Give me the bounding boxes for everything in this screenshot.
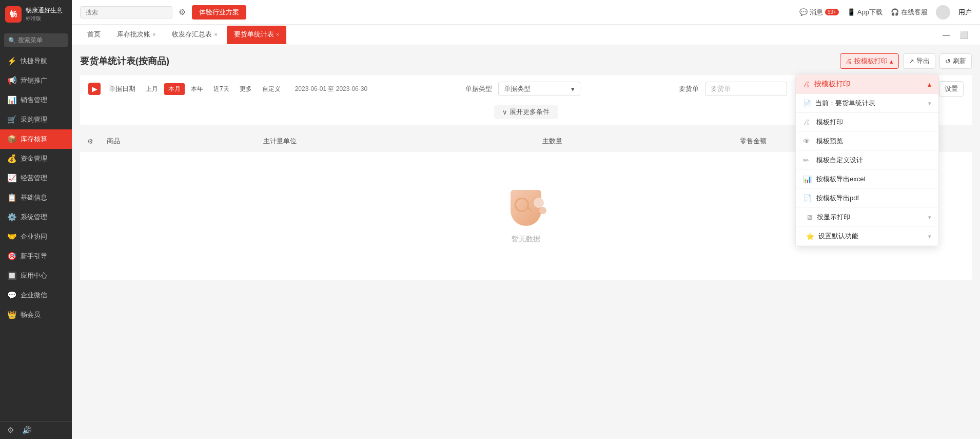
audio-icon[interactable]: 🔊 xyxy=(22,426,32,435)
date-tab-custom[interactable]: 自定义 xyxy=(258,83,285,95)
table-col-unit: 主计量单位 xyxy=(257,131,536,151)
tab-receivable-summary[interactable]: 收发存汇总表 × xyxy=(165,26,224,44)
sidebar-search[interactable]: 🔍 搜索菜单 xyxy=(4,33,68,47)
finance-icon: 💰 xyxy=(7,154,16,163)
messages-badge: 99+ xyxy=(825,9,839,15)
minus-icon: — xyxy=(943,31,950,39)
template-design-label: 模板自定义设计 xyxy=(816,156,863,165)
print-template-button[interactable]: 🖨 按模板打印 ▴ xyxy=(840,53,899,69)
sidebar-item-purchase[interactable]: 🛒 采购管理 xyxy=(0,110,72,129)
tab-inventory-batch[interactable]: 库存批次账 × xyxy=(110,26,163,44)
sidebar: 畅 畅康通好生意 标准版 🔍 搜索菜单 ⚡ 快捷导航 📢 营销推广 📊 销售管理… xyxy=(0,0,72,439)
dropdown-header[interactable]: 🖨 按模板打印 ▴ xyxy=(796,74,938,94)
sidebar-item-label: 应用中心 xyxy=(21,271,47,280)
date-tab-this-month[interactable]: 本月 xyxy=(164,83,185,95)
dropdown-printer-icon: 🖨 xyxy=(803,80,810,88)
system-icon: ⚙️ xyxy=(7,213,16,222)
messages-button[interactable]: 💬 消息 99+ xyxy=(799,8,839,17)
sidebar-item-label: 畅会员 xyxy=(21,310,41,319)
sidebar-item-finance[interactable]: 💰 资金管理 xyxy=(0,149,72,168)
dropdown-close-chevron[interactable]: ▴ xyxy=(928,80,931,88)
tab-order-stats[interactable]: 要货单统计表 × xyxy=(227,26,286,44)
sidebar-item-inventory[interactable]: 📦 库存核算 xyxy=(0,129,72,149)
current-template-item[interactable]: 📄 当前：要货单统计表 ▾ xyxy=(796,94,938,113)
sidebar-item-system[interactable]: ⚙️ 系统管理 xyxy=(0,207,72,227)
sidebar-item-basic[interactable]: 📋 基础信息 xyxy=(0,188,72,207)
excel-icon: 📊 xyxy=(803,175,811,183)
sidebar-item-label: 新手引导 xyxy=(21,252,47,261)
template-print-item[interactable]: 🖨 模板打印 xyxy=(796,113,938,132)
headset-icon: 🎧 xyxy=(891,8,899,16)
set-default-item[interactable]: ⭐ 设置默认功能 ▾ xyxy=(796,227,938,246)
sidebar-item-marketing[interactable]: 📢 营销推广 xyxy=(0,71,72,90)
sidebar-item-label: 企业协同 xyxy=(21,232,47,241)
app-download-button[interactable]: 📱 App下载 xyxy=(847,8,883,17)
goods-input[interactable]: 要货单 xyxy=(705,82,787,96)
template-preview-item[interactable]: 👁 模板预览 xyxy=(796,132,938,151)
type-select[interactable]: 单据类型 ▾ xyxy=(498,82,580,96)
app-logo-icon: 畅 xyxy=(5,6,22,23)
basic-icon: 📋 xyxy=(7,193,16,202)
app-download-label: App下载 xyxy=(857,8,883,17)
window-minimize-button[interactable]: — xyxy=(938,27,954,43)
display-print-icon: 🖥 xyxy=(806,214,813,221)
topbar-right: 💬 消息 99+ 📱 App下载 🎧 在线客服 用户 xyxy=(799,5,972,20)
sidebar-item-guide[interactable]: 🎯 新手引导 xyxy=(0,246,72,266)
date-tab-more[interactable]: 更多 xyxy=(236,83,256,95)
template-icon: 📄 xyxy=(803,100,811,107)
purchase-icon: 🛒 xyxy=(7,115,16,124)
message-icon: 💬 xyxy=(799,8,808,16)
template-print-icon: 🖨 xyxy=(803,118,811,126)
table-settings-icon[interactable]: ⚙ xyxy=(87,138,93,145)
tab-home[interactable]: 首页 xyxy=(80,26,108,44)
empty-text: 暂无数据 xyxy=(512,235,540,244)
sidebar-item-sales[interactable]: 📊 销售管理 xyxy=(0,90,72,110)
marketing-icon: 📢 xyxy=(7,76,16,85)
pdf-icon: 📄 xyxy=(803,194,811,202)
sidebar-item-apps[interactable]: 🔲 应用中心 xyxy=(0,266,72,285)
window-maximize-button[interactable]: ⬜ xyxy=(955,27,972,43)
export-label: 导出 xyxy=(916,56,930,66)
expand-more-button[interactable]: ∨ 展开更多条件 xyxy=(494,105,558,119)
table-col-quantity: 主数量 xyxy=(536,131,734,151)
user-avatar[interactable] xyxy=(936,5,950,20)
sidebar-item-label: 采购管理 xyxy=(21,115,47,124)
settings-bottom-icon[interactable]: ⚙ xyxy=(7,426,14,435)
refresh-button[interactable]: ↺ 刷新 xyxy=(939,53,972,69)
filter-expand-icon[interactable]: ▶ xyxy=(88,83,101,95)
sidebar-item-quick-nav[interactable]: ⚡ 快捷导航 xyxy=(0,51,72,71)
date-tab-this-year[interactable]: 本年 xyxy=(187,83,207,95)
table-col-settings: ⚙ xyxy=(80,131,101,151)
sidebar-item-member[interactable]: 👑 畅会员 xyxy=(0,305,72,325)
sidebar-item-label: 基础信息 xyxy=(21,193,47,202)
expand-down-icon: ∨ xyxy=(502,108,507,116)
display-print-chevron: ▾ xyxy=(928,214,931,221)
page-header: 要货单统计表(按商品) 🖨 按模板打印 ▴ ↗ 导出 ↺ 刷新 xyxy=(80,53,972,69)
trial-button[interactable]: 体验行业方案 xyxy=(192,5,246,20)
topbar-gear-icon[interactable]: ⚙ xyxy=(179,7,186,17)
date-label: 单据日期 xyxy=(109,84,135,93)
sidebar-item-collaboration[interactable]: 🤝 企业协同 xyxy=(0,227,72,246)
tab-inventory-batch-label: 库存批次账 xyxy=(117,30,150,39)
settings-button[interactable]: 设置 xyxy=(939,81,964,97)
tab-order-stats-close[interactable]: × xyxy=(276,31,279,37)
sales-icon: 📊 xyxy=(7,96,16,105)
topbar-search-input[interactable] xyxy=(80,6,172,18)
print-dropdown-menu: 🖨 按模板打印 ▴ 📄 当前：要货单统计表 ▾ 🖨 模板打印 👁 模板预览 xyxy=(795,74,939,246)
date-tab-last-month[interactable]: 上月 xyxy=(142,83,162,95)
tab-inventory-batch-close[interactable]: × xyxy=(152,31,155,37)
sidebar-item-operations[interactable]: 📈 经营管理 xyxy=(0,168,72,188)
display-print-item[interactable]: 🖥 按显示打印 ▾ xyxy=(796,208,938,227)
template-export-excel-item[interactable]: 📊 按模板导出excel xyxy=(796,170,938,189)
chevron-up-icon: ▴ xyxy=(890,58,893,65)
tab-receivable-close[interactable]: × xyxy=(214,31,217,37)
date-tab-7days[interactable]: 近7天 xyxy=(209,83,233,95)
online-service-button[interactable]: 🎧 在线客服 xyxy=(891,8,928,17)
sidebar-item-wechat[interactable]: 💬 企业微信 xyxy=(0,285,72,305)
sidebar-item-label: 经营管理 xyxy=(21,174,47,183)
printer-icon: 🖨 xyxy=(846,58,852,65)
template-design-item[interactable]: ✏ 模板自定义设计 xyxy=(796,151,938,170)
export-button[interactable]: ↗ 导出 xyxy=(903,53,935,69)
template-export-pdf-item[interactable]: 📄 按模板导出pdf xyxy=(796,189,938,208)
table-col-goods: 商品 xyxy=(101,131,257,151)
